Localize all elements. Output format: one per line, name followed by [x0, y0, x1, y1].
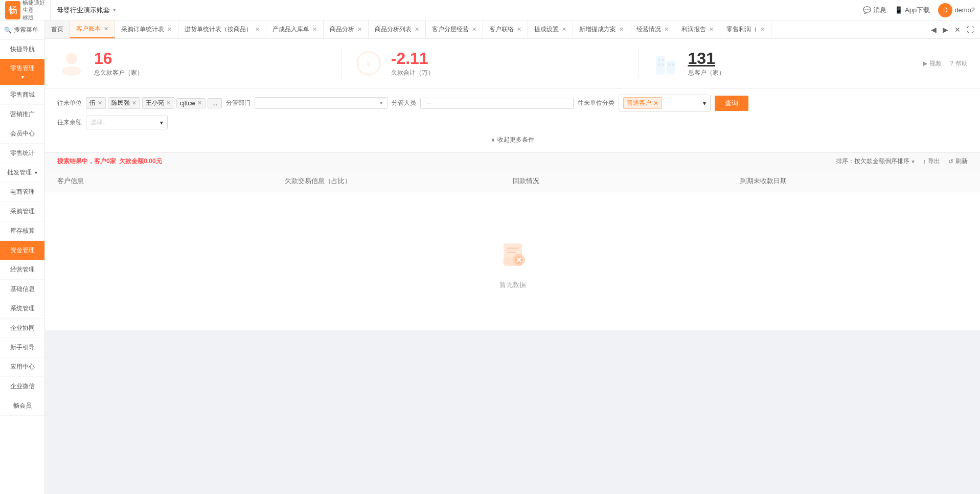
refresh-button[interactable]: ↺ 刷新: [948, 157, 968, 166]
filter-person-select[interactable]: ···: [420, 98, 574, 109]
sidebar-item-retail-stats[interactable]: 零售统计: [0, 144, 44, 163]
sidebar-item-newbie[interactable]: 新手引导: [0, 338, 44, 357]
chevron-down-icon: ▾: [160, 119, 163, 126]
tag-close-icon[interactable]: ✕: [132, 100, 136, 106]
tab-commission-settings[interactable]: 提成设置 ✕: [528, 20, 573, 38]
tab-purchase-order[interactable]: 采购订单统计表 ✕: [115, 20, 178, 38]
sidebar-item-system[interactable]: 系统管理: [0, 299, 44, 319]
filter-unit-type-select[interactable]: 普通客户 ✕ ▾: [619, 95, 711, 111]
tab-close-icon[interactable]: ✕: [312, 26, 317, 33]
selected-tag-close-icon[interactable]: ✕: [653, 100, 658, 107]
tag-close-icon[interactable]: ✕: [197, 100, 202, 106]
tab-close-icon[interactable]: ✕: [415, 26, 419, 33]
tab-home-label: 首页: [51, 25, 63, 34]
svg-point-1: [62, 66, 81, 76]
filter-dept-select[interactable]: ▾: [255, 97, 388, 109]
message-button[interactable]: 💬 消息: [863, 6, 886, 15]
tab-close-icon[interactable]: ✕: [760, 26, 765, 33]
tab-customer-book[interactable]: 客户账本 ✕: [70, 20, 115, 38]
sidebar-item-wholesale[interactable]: 批发管理 ▾: [0, 163, 44, 183]
help-button[interactable]: ? 帮助: [950, 59, 968, 68]
sidebar-item-basic-info[interactable]: 基础信息: [0, 280, 44, 299]
filter-unit-tags: 伍 ✕ 陈民强 ✕ 王小亮 ✕: [86, 97, 222, 109]
sidebar-item-wechat[interactable]: 企业微信: [0, 377, 44, 396]
sidebar-item-retail-management[interactable]: 零售管理 ▾: [0, 59, 44, 85]
tab-customer-contact[interactable]: 客户联络 ✕: [483, 20, 528, 38]
table-container: 客户信息 欠款交易信息（占比） 回款情况 到期未收款日期: [45, 170, 980, 330]
results-actions: 排序：按欠款金额倒序排序 ▾ ↑ 导出 ↺ 刷新: [836, 157, 968, 166]
filter-unit-type-label: 往来单位分类: [578, 99, 614, 107]
search-menu-label: 搜索菜单: [14, 26, 38, 34]
filter-more-button[interactable]: ...: [208, 98, 222, 108]
sidebar-item-label: 基础信息: [10, 285, 35, 294]
sidebar-item-ecommerce[interactable]: 电商管理: [0, 183, 44, 202]
tab-add-commission[interactable]: 新增提成方案 ✕: [573, 20, 630, 38]
tab-close-icon[interactable]: ✕: [709, 26, 714, 33]
svg-rect-11: [672, 63, 674, 66]
logo-area: 畅 畅捷通好生意标版: [5, 0, 50, 21]
tag-close-icon[interactable]: ✕: [166, 100, 171, 106]
sidebar-item-inventory[interactable]: 库存核算: [0, 221, 44, 241]
sidebar-item-collab[interactable]: 企业协同: [0, 319, 44, 338]
collapse-button[interactable]: ∧ 收起更多条件: [491, 133, 534, 146]
tab-close-icon[interactable]: ✕: [104, 26, 108, 32]
filter-area: 往来单位 伍 ✕ 陈民强 ✕ 王小亮: [45, 88, 980, 153]
tab-close-icon[interactable]: ✕: [167, 26, 172, 33]
sort-selector[interactable]: 排序：按欠款金额倒序排序 ▾: [836, 157, 915, 166]
refresh-icon: ↺: [948, 158, 953, 165]
search-menu-button[interactable]: 🔍 搜索菜单: [0, 20, 44, 40]
col-customer-header: 客户信息: [57, 176, 285, 186]
tab-close-icon[interactable]: ✕: [664, 26, 669, 33]
svg-rect-10: [668, 63, 670, 66]
tab-expand-button[interactable]: ⛶: [965, 25, 976, 35]
sidebar-item-purchase[interactable]: 采购管理: [0, 202, 44, 221]
workspace-arrow-icon: ▾: [113, 7, 116, 13]
tab-goods-analysis[interactable]: 商品分析 ✕: [324, 20, 369, 38]
fast-nav-button[interactable]: 快捷导航: [0, 40, 44, 59]
sidebar-item-operations[interactable]: 经营管理: [0, 260, 44, 280]
sidebar-item-app-center[interactable]: 应用中心: [0, 357, 44, 377]
sidebar-item-finance[interactable]: 资金管理: [0, 241, 44, 260]
stats-row: 16 总欠款客户（家） ¥ -2.11: [45, 39, 980, 88]
tab-close-icon[interactable]: ✕: [619, 26, 624, 33]
svg-rect-6: [658, 59, 660, 61]
sidebar-item-member-center[interactable]: 会员中心: [0, 124, 44, 144]
tab-retail-profit[interactable]: 零售利润（ ✕: [720, 20, 771, 38]
tab-finished-goods[interactable]: 产成品入库单 ✕: [266, 20, 324, 38]
filter-remainder-select[interactable]: 选择... ▾: [86, 116, 168, 129]
tab-close-icon[interactable]: ✕: [472, 26, 476, 33]
app-download-button[interactable]: 📱 App下载: [895, 6, 930, 15]
video-help-button[interactable]: ▶ 视频: [923, 59, 942, 68]
filter-tag-wang: 王小亮 ✕: [142, 97, 174, 109]
tab-customer-tier[interactable]: 客户分层经营 ✕: [426, 20, 483, 38]
tab-close-all-button[interactable]: ✕: [952, 25, 963, 35]
tab-purchase-goods[interactable]: 进货单统计表（按商品） ✕: [178, 20, 266, 38]
tab-goods-analysis-list[interactable]: 商品分析列表 ✕: [369, 20, 426, 38]
svg-rect-5: [666, 61, 675, 74]
sidebar-item-marketing[interactable]: 营销推广: [0, 105, 44, 124]
tab-profit-report[interactable]: 利润报告 ✕: [675, 20, 720, 38]
tab-close-icon[interactable]: ✕: [562, 26, 566, 33]
tab-business-status[interactable]: 经营情况 ✕: [630, 20, 675, 38]
results-info-text: 搜索结果中，客户0家 欠款金额0.00元: [57, 158, 162, 165]
user-profile[interactable]: D demo2: [938, 3, 975, 17]
page-content: 16 总欠款客户（家） ¥ -2.11: [45, 39, 980, 494]
tab-close-icon[interactable]: ✕: [517, 26, 521, 33]
sidebar-item-label: 零售管理: [10, 64, 35, 73]
filter-tag-chen: 陈民强 ✕: [108, 97, 140, 109]
tag-close-icon[interactable]: ✕: [98, 100, 102, 106]
tab-label: 利润报告: [681, 25, 706, 34]
tab-home[interactable]: 首页: [45, 20, 70, 38]
workspace-selector[interactable]: 母婴行业演示账套 ▾: [50, 0, 122, 20]
query-button[interactable]: 查询: [715, 96, 748, 111]
sidebar-item-label: 采购管理: [10, 207, 35, 216]
export-button[interactable]: ↑ 导出: [923, 157, 940, 166]
sidebar-item-vip[interactable]: 畅会员: [0, 396, 44, 416]
tab-next-button[interactable]: ▶: [941, 25, 950, 35]
sidebar-item-retail-mall[interactable]: 零售商城: [0, 85, 44, 105]
tab-prev-button[interactable]: ◀: [929, 25, 939, 35]
filter-unit-label: 往来单位: [57, 99, 82, 107]
tab-close-icon[interactable]: ✕: [357, 26, 362, 33]
tab-close-icon[interactable]: ✕: [255, 26, 260, 33]
svg-rect-15: [507, 252, 516, 253]
